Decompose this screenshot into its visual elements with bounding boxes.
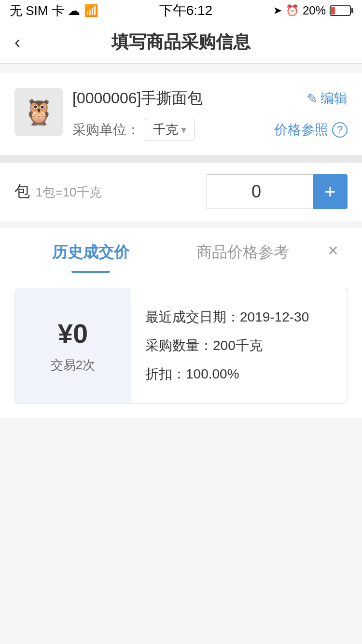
battery-percent: 20% (303, 4, 326, 17)
quantity-row: 包 1包=10千克 + (0, 163, 362, 221)
price-ref-label: 价格参照 (274, 121, 328, 139)
history-price-value: ¥0 (58, 318, 88, 349)
history-date: 最近成交日期：2019-12-30 (145, 308, 333, 326)
location-icon: ➤ (273, 4, 282, 17)
status-bar: 无 SIM 卡 ☁ 📶 下午6:12 ➤ ⏰ 20% (0, 0, 362, 21)
unit-label: 采购单位： 千克 ▾ (72, 119, 195, 140)
quantity-control: + (207, 174, 348, 209)
section-divider (0, 155, 362, 163)
unit-chevron-icon: ▾ (181, 124, 186, 136)
product-name: [0000006]手撕面包 (72, 88, 203, 109)
history-quantity: 采购数量：200千克 (145, 336, 333, 355)
page-title: 填写商品采购信息 (111, 30, 251, 54)
history-detail-section: 最近成交日期：2019-12-30 采购数量：200千克 折扣：100.00% (131, 288, 347, 403)
signal-text: 无 SIM 卡 ☁ (10, 2, 80, 19)
product-image: 🦉 (14, 88, 63, 136)
quantity-input[interactable] (207, 174, 313, 209)
price-ref-button[interactable]: 价格参照 ? (274, 121, 348, 139)
history-content: ¥0 交易2次 最近成交日期：2019-12-30 采购数量：200千克 折扣：… (0, 273, 362, 418)
alarm-icon: ⏰ (286, 4, 299, 17)
product-card: 🦉 [0000006]手撕面包 ✎ 编辑 采购单位： 千克 ▾ 价格参照 ? (0, 73, 362, 155)
product-header: [0000006]手撕面包 ✎ 编辑 (72, 88, 348, 109)
status-time: 下午6:12 (159, 1, 213, 20)
quantity-plus-button[interactable]: + (313, 174, 348, 209)
edit-icon: ✎ (306, 91, 318, 107)
edit-label: 编辑 (320, 89, 348, 108)
tab-price-reference[interactable]: 商品价格参考 (167, 228, 319, 273)
history-trades: 交易2次 (51, 357, 95, 374)
product-info: [0000006]手撕面包 ✎ 编辑 采购单位： 千克 ▾ 价格参照 ? (72, 88, 348, 140)
tab-history-price[interactable]: 历史成交价 (14, 228, 167, 273)
history-price-section: ¥0 交易2次 (15, 288, 131, 403)
history-discount: 折扣：100.00% (145, 364, 333, 383)
price-ref-help-icon: ? (332, 122, 348, 138)
tab-history-label: 历史成交价 (52, 243, 129, 261)
status-right: ➤ ⏰ 20% (273, 4, 352, 17)
history-card: ¥0 交易2次 最近成交日期：2019-12-30 采购数量：200千克 折扣：… (14, 288, 348, 404)
edit-button[interactable]: ✎ 编辑 (306, 89, 348, 108)
tab-close-button[interactable]: × (319, 236, 348, 265)
quantity-sub: 1包=10千克 (36, 184, 102, 201)
tab-bar: 历史成交价 商品价格参考 × (0, 228, 362, 273)
nav-bar: ‹ 填写商品采购信息 (0, 21, 362, 64)
unit-value: 千克 (153, 121, 178, 138)
product-unit-row: 采购单位： 千克 ▾ 价格参照 ? (72, 119, 348, 140)
product-owl-icon: 🦉 (23, 98, 55, 127)
battery-icon (330, 5, 352, 16)
unit-select[interactable]: 千克 ▾ (145, 119, 195, 140)
quantity-label: 包 1包=10千克 (14, 181, 102, 202)
tab-price-ref-label: 商品价格参考 (196, 243, 289, 261)
status-left: 无 SIM 卡 ☁ 📶 (10, 2, 98, 19)
quantity-unit: 包 (14, 181, 30, 202)
back-button[interactable]: ‹ (14, 32, 20, 53)
wifi-icon: 📶 (84, 4, 98, 17)
unit-label-text: 采购单位： (72, 121, 140, 139)
